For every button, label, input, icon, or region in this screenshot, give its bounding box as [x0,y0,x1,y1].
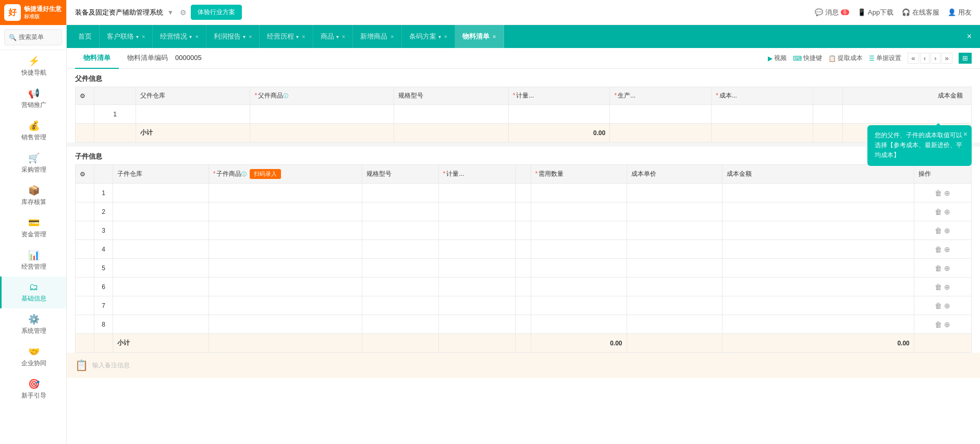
child-cell-product[interactable] [209,278,362,296]
shortcut-action[interactable]: ⌨ 快捷键 [793,54,822,63]
child-cell-qty[interactable] [438,184,515,202]
sub-tab-bom-list[interactable]: 物料清单 [75,48,119,69]
pg-last-btn[interactable]: » [941,53,952,64]
child-cell-spec[interactable] [362,240,438,259]
scan-btn[interactable]: 扫码录入 [250,169,281,179]
child-cell-qty[interactable] [438,259,515,278]
sidebar-item-guide[interactable]: 🎯 新手引导 [0,373,66,405]
child-cell-product[interactable] [209,202,362,221]
parent-cell-warehouse[interactable] [136,105,250,124]
child-cell-qty[interactable] [438,296,515,315]
copy-icon[interactable]: ⊕ [944,264,950,272]
copy-icon[interactable]: ⊕ [944,208,950,216]
child-cell-spec[interactable] [362,184,438,202]
sidebar-item-basic-info[interactable]: 🗂 基础信息 [0,277,66,308]
nav-close-all-btn[interactable]: × [963,32,976,41]
sidebar-item-marketing[interactable]: 📢 营销推广 [0,82,66,115]
sidebar-item-finance[interactable]: 💳 资金管理 [0,212,66,244]
child-cell-qty[interactable] [438,240,515,259]
tab-customer-close[interactable]: × [142,33,145,40]
tab-new-product[interactable]: 新增商品 × [353,25,401,48]
child-cell-spec[interactable] [362,278,438,296]
delete-icon[interactable]: 🗑 [935,245,942,254]
child-cell-need-qty[interactable] [531,296,627,315]
view-action[interactable]: ▶ 视频 [768,54,787,63]
sidebar-item-purchase[interactable]: 🛒 采购管理 [0,147,66,179]
copy-icon[interactable]: ⊕ [944,226,950,235]
parent-cell-product[interactable] [250,105,394,124]
tab-bom-close[interactable]: × [493,33,496,40]
child-cell-spec[interactable] [362,259,438,278]
child-cell-qty[interactable] [438,278,515,296]
sidebar-item-system[interactable]: ⚙️ 系统管理 [0,308,66,341]
child-cell-warehouse[interactable] [113,315,209,334]
single-settings-action[interactable]: ☰ 单据设置 [869,54,901,63]
sidebar-item-operations[interactable]: 📊 经营管理 [0,244,66,277]
sidebar-item-enterprise[interactable]: 🤝 企业协同 [0,341,66,373]
tab-operations[interactable]: 经营情况 ▾ × [153,25,206,48]
delete-icon[interactable]: 🗑 [935,208,942,216]
child-cell-spec[interactable] [362,221,438,240]
child-cell-spec[interactable] [362,202,438,221]
search-menu-btn[interactable]: 🔍 搜索菜单 [4,29,62,45]
copy-icon[interactable]: ⊕ [944,302,950,310]
child-cell-warehouse[interactable] [113,278,209,296]
tab-profit-close[interactable]: × [249,33,252,40]
user-btn[interactable]: 👤 用友 [948,8,972,17]
delete-icon[interactable]: 🗑 [935,189,942,197]
tab-bom[interactable]: 物料清单 × [455,25,504,48]
child-cell-warehouse[interactable] [113,221,209,240]
child-cell-need-qty[interactable] [531,259,627,278]
tab-profit[interactable]: 利润报告 ▾ × [206,25,260,48]
child-cell-unit-cost[interactable] [627,259,722,278]
child-cell-product[interactable] [209,315,362,334]
extract-cost-action[interactable]: 📋 提取成本 [828,54,863,63]
tab-barcode-close[interactable]: × [444,33,447,40]
tab-barcode[interactable]: 条码方案 ▾ × [402,25,455,48]
sub-tab-bom-code[interactable]: 物料清单编码 0000005 [119,48,210,69]
pg-first-btn[interactable]: « [908,53,918,64]
child-cell-unit-cost[interactable] [627,296,722,315]
sidebar-item-inventory[interactable]: 📦 库存核算 [0,179,66,212]
child-cell-spec[interactable] [362,296,438,315]
child-cell-warehouse[interactable] [113,259,209,278]
try-btn[interactable]: 体验行业方案 [191,5,242,20]
child-cell-unit-cost[interactable] [627,278,722,296]
parent-cell-production[interactable] [610,105,712,124]
child-cell-unit-cost[interactable] [627,240,722,259]
child-cell-product[interactable] [209,240,362,259]
settings-icon[interactable]: ⚙ [180,8,187,17]
online-service-btn[interactable]: 🎧 在线客服 [902,8,939,17]
child-cell-warehouse[interactable] [113,296,209,315]
child-cell-unit-cost[interactable] [627,221,722,240]
pg-next-btn[interactable]: › [930,53,940,64]
child-cell-qty[interactable] [438,202,515,221]
copy-icon[interactable]: ⊕ [944,320,950,329]
tab-customer[interactable]: 客户联络 ▾ × [100,25,153,48]
child-cell-warehouse[interactable] [113,202,209,221]
parent-cell-qty[interactable] [508,105,610,124]
tab-history[interactable]: 经营历程 ▾ × [260,25,313,48]
tab-product-close[interactable]: × [342,33,345,40]
child-cell-qty[interactable] [438,315,515,334]
child-th-settings[interactable]: ⚙ [76,165,94,184]
child-cell-product[interactable] [209,221,362,240]
child-cell-unit-cost[interactable] [627,184,722,202]
copy-icon[interactable]: ⊕ [944,283,950,291]
parent-cell-spec[interactable] [394,105,508,124]
dropdown-arrow-icon[interactable]: ▼ [167,9,174,16]
parent-cell-cost[interactable] [712,105,813,124]
child-cell-product[interactable] [209,296,362,315]
parent-cell-extra[interactable] [813,105,843,124]
child-cell-unit-cost[interactable] [627,202,722,221]
child-cell-product[interactable] [209,259,362,278]
child-cell-need-qty[interactable] [531,315,627,334]
child-cell-unit-cost[interactable] [627,315,722,334]
child-cell-need-qty[interactable] [531,184,627,202]
delete-icon[interactable]: 🗑 [935,283,942,291]
delete-icon[interactable]: 🗑 [935,302,942,310]
tab-operations-close[interactable]: × [195,33,198,40]
message-btn[interactable]: 💬 消息 6 [815,8,849,17]
child-cell-warehouse[interactable] [113,240,209,259]
child-cell-qty[interactable] [438,221,515,240]
